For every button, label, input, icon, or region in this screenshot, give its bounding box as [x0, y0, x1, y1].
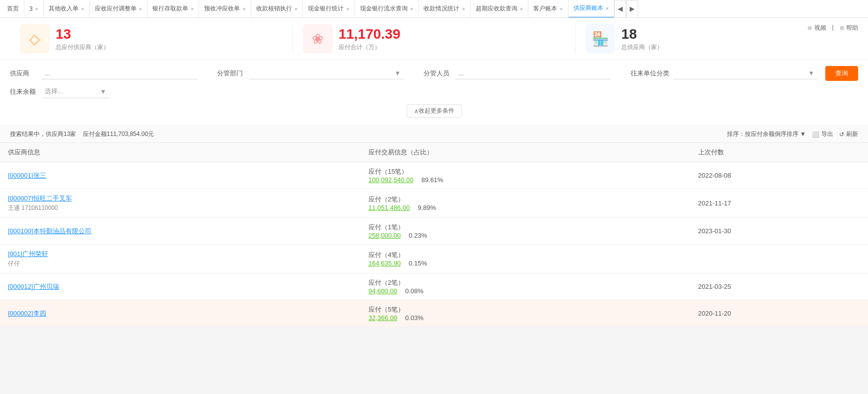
help-label: 帮助 — [846, 24, 858, 31]
summary-payable-total-content: 11,170.39 应付合计（万） — [339, 26, 401, 52]
result-bar-right: 排序：按应付余额倒序排序 ▼ ⬜ 导出 ↺ 刷新 — [727, 130, 858, 138]
tx-line1: 应付（5笔） — [368, 305, 682, 314]
supplier-input[interactable] — [42, 67, 197, 79]
tx-label: 应付（2笔） — [368, 279, 404, 286]
nav-prev-arrow[interactable]: ◀ — [614, 0, 626, 18]
tx-info-cell: 应付（2笔）94,600.000.08% — [361, 273, 690, 300]
close-icon[interactable]: × — [462, 6, 465, 12]
person-input[interactable] — [455, 67, 611, 79]
tx-line2: 258,000.000.23% — [368, 232, 682, 239]
amount-link[interactable]: 258,000.00 — [368, 232, 401, 239]
supplier-info-cell: [000007]恒旺二手叉车王通 17106110000 — [0, 189, 361, 218]
percent-text: 0.03% — [405, 314, 424, 322]
filter-dept: 分管部门 ▼ — [217, 67, 404, 79]
dept-select[interactable]: ▼ — [249, 67, 404, 79]
close-icon[interactable]: × — [191, 6, 194, 12]
close-icon[interactable]: × — [606, 5, 609, 11]
nav-tab-supplier-ledger[interactable]: 供应商账本 × — [569, 0, 614, 18]
nav-tab-home-label: 首页 — [7, 4, 19, 13]
nav-tab-prepay[interactable]: 预收冲应收单 × — [199, 0, 251, 18]
tx-label: 应付（15笔） — [368, 168, 408, 175]
nav-tab-other-income[interactable]: 其他收入单 × — [44, 0, 89, 18]
collapse-button[interactable]: ∧ 收起更多条件 — [407, 104, 462, 118]
supplier-info-cell: [001]广州荣轩仔仔 — [0, 245, 361, 273]
close-icon[interactable]: × — [81, 6, 84, 12]
last-payment-date: 2021-03-25 — [698, 283, 731, 290]
nav-tab-supplier-ledger-label: 供应商账本 — [574, 4, 603, 12]
supplier-filter-label: 供应商 — [10, 69, 38, 78]
nav-tab-adjustment[interactable]: 应收应付调整单 × — [90, 0, 147, 18]
close-icon[interactable]: × — [139, 6, 142, 12]
table-row: [000012]广州贝瑞应付（2笔）94,600.000.08%2021-03-… — [0, 273, 868, 300]
nav-next-arrow[interactable]: ▶ — [626, 0, 638, 18]
supplier-info-cell: [000012]广州贝瑞 — [0, 273, 361, 300]
tx-line1: 应付（4笔） — [368, 251, 682, 260]
nav-tab-collect-stat[interactable]: 收款情况统计 × — [419, 0, 470, 18]
th-supplier-info: 供应商信息 — [0, 143, 361, 162]
last-payment-date: 2023-01-30 — [698, 227, 731, 235]
supplier-link[interactable]: [000100]本特勤油品有限公司 — [8, 227, 91, 235]
query-button[interactable]: 查询 — [825, 66, 858, 81]
tx-info-cell: 应付（1笔）258,000.000.23% — [361, 218, 690, 245]
supplier-link[interactable]: [000012]广州贝瑞 — [8, 283, 59, 290]
result-amount: 应付金额111,703,854.00元 — [83, 131, 154, 137]
amount-link[interactable]: 164,635.90 — [368, 260, 401, 267]
tx-info-cell: 应付（2笔）11,051,486.009.89% — [361, 189, 690, 218]
supplier-link[interactable]: [000007]恒旺二手叉车 — [8, 195, 72, 202]
tx-line1: 应付（2笔） — [368, 195, 682, 204]
percent-text: 89.61% — [421, 176, 443, 184]
nav-tab-bank[interactable]: 银行存取款单 × — [147, 0, 199, 18]
amount-link[interactable]: 100,092,540.00 — [368, 176, 413, 184]
table-row: [000002]李四应付（5笔）32,366.000.03%2020-11-20 — [0, 300, 868, 327]
percent-text: 0.15% — [409, 260, 427, 267]
nav-tab-3[interactable]: 3 × — [24, 0, 44, 18]
nav-tab-collect[interactable]: 收款核销执行 × — [251, 0, 303, 18]
tx-line1: 应付（2笔） — [368, 278, 682, 287]
tx-line1: 应付（15笔） — [368, 167, 682, 176]
nav-tab-cash-flow[interactable]: 现金银行流水查询 × — [355, 0, 419, 18]
supplier-link[interactable]: [000001]张三 — [8, 172, 46, 179]
export-label: 导出 — [821, 130, 833, 138]
result-bar: 搜索结果中，供应商13家 应付金额111,703,854.00元 排序：按应付余… — [0, 126, 868, 143]
category-filter-label: 往来单位分类 — [631, 69, 669, 78]
nav-tab-adjustment-label: 应收应付调整单 — [95, 4, 137, 13]
close-icon[interactable]: × — [35, 6, 38, 12]
nav-tab-overdue[interactable]: 超期应收款查询 × — [471, 0, 528, 18]
video-link[interactable]: ⊙ 视频 — [807, 24, 826, 32]
category-select[interactable]: ▼ — [673, 67, 818, 79]
table-header-row: 供应商信息 应付交易信息（占比） 上次付数 — [0, 143, 868, 162]
close-icon[interactable]: × — [294, 6, 297, 12]
close-icon[interactable]: × — [242, 6, 245, 12]
chevron-down-icon: ▼ — [394, 69, 401, 77]
supplier-table: 供应商信息 应付交易信息（占比） 上次付数 [000001]张三应付（15笔）1… — [0, 143, 868, 327]
percent-text: 0.23% — [409, 232, 427, 239]
filter-balance: 往来余额 选择... ▼ — [10, 85, 109, 98]
chevron-down-icon: ▼ — [808, 69, 814, 77]
nav-tab-3-label: 3 — [29, 5, 33, 12]
nav-tab-cash-stat[interactable]: 现金银行统计 × — [303, 0, 355, 18]
supplier-link[interactable]: [001]广州荣轩 — [8, 250, 48, 258]
amount-link[interactable]: 11,051,486.00 — [368, 204, 410, 211]
sort-label[interactable]: 排序：按应付余额倒序排序 ▼ — [727, 130, 806, 138]
close-icon[interactable]: × — [346, 6, 349, 12]
balance-select[interactable]: 选择... ▼ — [42, 85, 109, 98]
export-button[interactable]: ⬜ 导出 — [812, 130, 833, 138]
supplier-link[interactable]: [000002]李四 — [8, 310, 46, 317]
nav-tab-collect-label: 收款核销执行 — [256, 4, 292, 13]
close-icon[interactable]: × — [520, 6, 523, 12]
amount-link[interactable]: 32,366.00 — [368, 314, 397, 322]
nav-tab-home[interactable]: 首页 — [2, 0, 24, 18]
tx-line2: 164,635.900.15% — [368, 260, 682, 267]
refresh-button[interactable]: ↺ 刷新 — [839, 130, 858, 138]
sort-label-text: 排序：按应付余额倒序排序 — [727, 131, 798, 137]
tx-line2: 100,092,540.0089.61% — [368, 176, 682, 184]
tx-line1: 应付（1笔） — [368, 223, 682, 232]
last-payment-cell — [690, 245, 868, 273]
nav-tab-prepay-label: 预收冲应收单 — [204, 4, 240, 13]
nav-tab-customer-ledger[interactable]: 客户账本 × — [528, 0, 568, 18]
help-link[interactable]: ⊙ 帮助 — [840, 24, 858, 32]
close-icon[interactable]: × — [560, 6, 563, 12]
close-icon[interactable]: × — [410, 6, 413, 12]
table-wrap: 供应商信息 应付交易信息（占比） 上次付数 [000001]张三应付（15笔）1… — [0, 143, 868, 327]
amount-link[interactable]: 94,600.00 — [368, 287, 397, 295]
